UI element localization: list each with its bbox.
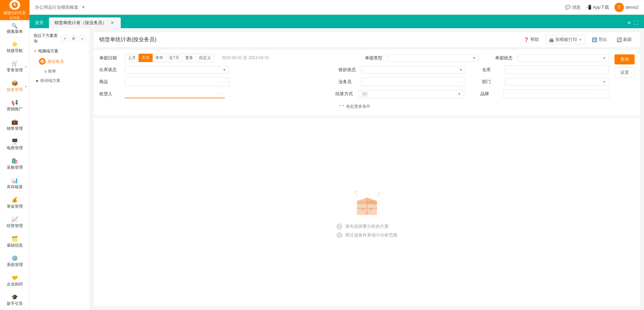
brand-dots: ··· (599, 91, 606, 97)
settings-btn[interactable]: 设置 (614, 67, 635, 78)
collapse-arrow-icon: ⌃⌃ (338, 104, 345, 109)
dept-arrow: ▼ (602, 80, 606, 84)
tabbar: 首页 销货单统计表（按业务员） ✕ ✕ ⛶ (30, 15, 644, 28)
topbar: 办公用品行业模拟账套 ▼ 💬 消息 📲 App下载 E demo2 (30, 0, 644, 15)
sidebar-item-marketing[interactable]: 📢 营销推广 (0, 96, 29, 115)
page-header: 销货单统计表(按业务员) ❓ 帮助 🖨️ 按模板打印 ▼ ⬇️ 导出 (94, 32, 640, 47)
ship-status-label: 出库状态 (99, 67, 119, 73)
brand-input[interactable]: ··· (503, 90, 609, 98)
print-icon: 🖨️ (549, 37, 554, 42)
panel-header-icons: + ⚙ « (61, 35, 86, 42)
hint-num-2: 2 (336, 232, 342, 238)
content: 按以下方案查询 + ⚙ « ▼ 电脑端方案 (30, 28, 644, 310)
tab-sales-stat[interactable]: 销货单统计表（按业务员） ✕ (49, 17, 121, 28)
salesperson-label: 业务员 (338, 79, 356, 85)
sidebar-item-base[interactable]: 🗂️ 基础信息 (0, 232, 29, 252)
topbar-app-btn[interactable]: 📲 App下载 (586, 4, 609, 10)
svg-point-10 (370, 208, 372, 210)
product-label: 商品 (99, 79, 119, 85)
panel-setting-btn[interactable]: ⚙ (70, 35, 77, 42)
sidebar-item-inventory[interactable]: 📊 库存核算 (0, 174, 29, 193)
panel-collapse-btn[interactable]: « (79, 35, 86, 42)
sidebar-item-ecommerce[interactable]: 🖥️ 电商管理 (0, 135, 29, 154)
topbar-breadcrumb: 办公用品行业模拟账套 (35, 4, 78, 10)
sidebar-item-retail[interactable]: 🛒 零售管理 (0, 57, 29, 76)
sidebar-item-wholesale[interactable]: 📦 批发管理 (0, 76, 29, 96)
help-btn[interactable]: ❓ 帮助 (521, 35, 542, 44)
topbar-right: 💬 消息 📲 App下载 E demo2 (565, 3, 639, 12)
app-logo[interactable]: 畅捷信好生意 标准版 (0, 0, 30, 20)
sidebar-item-newbie[interactable]: 🎓 新手引导 (0, 291, 29, 310)
sidebar-item-sales[interactable]: 💼 销售管理 (0, 115, 29, 135)
empty-state: 1 请先选择要分析的方案 2 用过滤条件来缩小分析范围 (94, 118, 640, 306)
filter-area: 单据日期 上月 本月 本年 近7天 更多 自定义 2023-03-01 至 20… (94, 50, 640, 115)
print-btn[interactable]: 🖨️ 按模板打印 ▼ (546, 35, 585, 44)
filter-row-date: 单据日期 上月 本月 本年 近7天 更多 自定义 2023-03-01 至 20… (99, 54, 609, 62)
brand-label: 品牌 (480, 91, 498, 97)
recipient-input[interactable]: ··· (125, 90, 225, 98)
query-btn[interactable]: 查询 (614, 54, 635, 64)
payment-method-select[interactable]: ✕ ▼ (358, 90, 464, 98)
tab-expand-icon[interactable]: ⛶ (634, 20, 639, 25)
refresh-btn[interactable]: 🔄 刷新 (614, 35, 635, 44)
date-btn-7days[interactable]: 近7天 (166, 54, 182, 62)
sidebar-item-system[interactable]: ⚙️ 系统管理 (0, 252, 29, 271)
filter-action-btns: 查询 设置 (614, 54, 635, 111)
date-btn-more[interactable]: 更多 (182, 54, 196, 62)
dept-select[interactable]: ▼ (505, 78, 609, 86)
collapse-btn[interactable]: ⌃⌃ 收起更多条件 (99, 102, 609, 111)
topbar-user-btn[interactable]: E demo2 (614, 3, 639, 12)
topbar-dropdown-icon[interactable]: ▼ (81, 5, 86, 10)
panel-sub-item-by-order[interactable]: ≡ 按单 (30, 67, 90, 76)
tab-home[interactable]: 首页 (30, 17, 49, 28)
svg-line-5 (355, 193, 357, 196)
active-item-dot (39, 58, 46, 65)
product-input[interactable]: ··· (125, 78, 229, 86)
warehouse-label: 仓库 (482, 67, 499, 73)
panel-add-btn[interactable]: + (61, 35, 68, 42)
doc-status-arrow: ▼ (602, 56, 606, 60)
tab-close-window-icon[interactable]: ✕ (627, 20, 631, 25)
date-btn-last-month[interactable]: 上月 (125, 54, 139, 62)
empty-hint-1: 1 请先选择要分析的方案 (336, 223, 397, 229)
sub-item-icon: ≡ (44, 69, 47, 74)
panel-desktop-section[interactable]: ▼ 电脑端方案 (30, 46, 90, 56)
collect-status-select[interactable]: ▼ (361, 66, 466, 73)
doc-status-label: 单据状态 (495, 55, 513, 61)
warehouse-input[interactable]: ··· (505, 65, 609, 74)
sidebar-item-search[interactable]: 🔍 搜索菜单 (0, 20, 29, 38)
date-btn-custom[interactable]: 自定义 (196, 54, 214, 62)
date-btn-group: 上月 本月 本年 近7天 更多 自定义 (125, 54, 214, 62)
sidebar-item-enterprise[interactable]: 🤝 企业协同 (0, 271, 29, 291)
date-btn-current-month[interactable]: 本月 (139, 54, 153, 62)
empty-hint-2: 2 用过滤条件来缩小分析范围 (336, 232, 397, 238)
right-content: 销货单统计表(按业务员) ❓ 帮助 🖨️ 按模板打印 ▼ ⬇️ 导出 (90, 28, 644, 310)
salesperson-input[interactable]: ··· (361, 78, 466, 86)
payment-tag-close[interactable]: ✕ (363, 92, 366, 96)
product-dots: ··· (219, 79, 226, 85)
svg-point-9 (362, 208, 364, 210)
topbar-msg-btn[interactable]: 💬 消息 (565, 4, 581, 10)
collect-status-label: 收款状态 (338, 67, 356, 73)
panel-item-by-salesperson[interactable]: 按业务员 (30, 56, 90, 67)
date-btn-this-year[interactable]: 本年 (152, 54, 166, 62)
logo-icon (9, 0, 20, 10)
filter-row-product: 商品 ··· 业务员 ··· (99, 78, 609, 86)
doc-type-arrow: ▼ (472, 56, 476, 60)
recipient-label: 收货人 (99, 91, 119, 97)
sidebar-item-finance[interactable]: 💰 资金管理 (0, 193, 29, 213)
tab-close-btn[interactable]: ✕ (109, 20, 115, 26)
export-btn[interactable]: ⬇️ 导出 (589, 35, 610, 44)
sidebar-item-shortcuts[interactable]: ⭐ 快捷导航 (0, 38, 29, 57)
sidebar-item-operations[interactable]: 📈 经营管理 (0, 213, 29, 232)
svg-point-8 (378, 193, 380, 195)
export-icon: ⬇️ (592, 37, 597, 42)
ship-status-select[interactable]: ▼ (125, 66, 229, 73)
panel-header: 按以下方案查询 + ⚙ « (30, 31, 90, 46)
doc-status-select[interactable]: ▼ (518, 54, 609, 62)
svg-line-6 (377, 194, 379, 198)
panel-mobile-section[interactable]: ▶ 移动端方案 (30, 76, 90, 86)
doc-type-select[interactable]: ▼ (388, 54, 479, 62)
sidebar-item-purchase[interactable]: 🛍️ 采购管理 (0, 154, 29, 174)
payment-method-label: 结算方式 (335, 91, 353, 97)
